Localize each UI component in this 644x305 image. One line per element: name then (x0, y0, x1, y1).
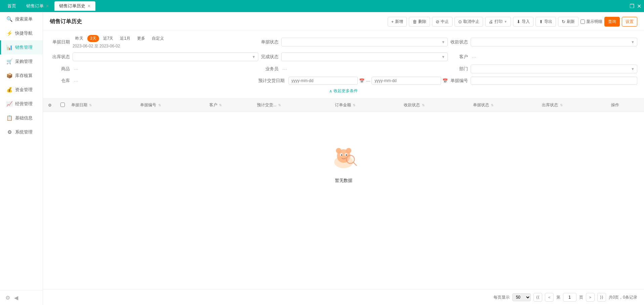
product-dots[interactable]: ··· (74, 67, 79, 72)
restore-icon[interactable]: ❐ (630, 3, 634, 9)
sort-number-icon: ⇅ (158, 103, 161, 107)
warehouse-dots[interactable]: ··· (74, 78, 79, 83)
sales-icon: 📊 (6, 44, 12, 50)
filter-salesperson: 业务员 ··· (258, 66, 448, 72)
date-chip-more[interactable]: 更多 (134, 35, 148, 42)
completion-status-select[interactable] (281, 52, 448, 61)
per-page-select[interactable]: 50 20 100 (512, 293, 531, 301)
close-window-icon[interactable]: ✕ (637, 3, 641, 9)
print-button[interactable]: 🖨 打印 ▼ (485, 17, 511, 27)
plus-icon: + (391, 19, 394, 24)
table-header-row: ⚙ 单据日期 ⇅ 单据编号 ⇅ 客户 (43, 99, 644, 112)
date-chip-3days[interactable]: 3天 (87, 35, 99, 42)
col-amount[interactable]: 订单金额 ⇅ (332, 99, 401, 112)
calendar-icon-start[interactable]: 📅 (359, 78, 364, 83)
export-button[interactable]: ⬆ 导出 (535, 17, 556, 27)
filter-row-1: 单据日期 昨天 3天 近7天 近1月 更多 自定义 2023-06-02 至 2… (50, 35, 637, 49)
import-button[interactable]: ⬇ 导入 (513, 17, 533, 27)
empty-state: 暂无数据 (43, 112, 644, 211)
date-chips: 昨天 3天 近7天 近1月 更多 自定义 (73, 35, 258, 42)
svg-line-10 (353, 162, 356, 165)
operations-icon: 📈 (6, 101, 12, 107)
sidebar-collapse-icon[interactable]: ◀ (14, 295, 18, 301)
table-area: ⚙ 单据日期 ⇅ 单据编号 ⇅ 客户 (43, 99, 644, 289)
sidebar-settings-icon[interactable]: ⚙ (5, 295, 10, 301)
print-arrow-icon: ▼ (504, 20, 507, 24)
sort-order-status-icon: ⇅ (491, 103, 493, 107)
date-chip-yesterday[interactable]: 昨天 (73, 35, 86, 42)
sort-delivery-status-icon: ⇅ (560, 103, 563, 107)
next-page-btn[interactable]: ＞ (586, 293, 595, 302)
sidebar-item-sales-mgmt[interactable]: 📊 销售管理 (0, 40, 43, 54)
select-all-checkbox[interactable] (60, 103, 65, 107)
sidebar-item-base-info[interactable]: 📋 基础信息 (0, 111, 43, 125)
close-tab-sales-order-history[interactable]: ✕ (87, 4, 91, 8)
first-page-btn[interactable]: ⟨⟨ (533, 293, 542, 302)
filter-customer: 客户 ··· (448, 54, 637, 60)
stop-button[interactable]: ⊘ 中止 (432, 17, 453, 27)
col-delivery-date[interactable]: 预计交货... ⇅ (254, 99, 332, 112)
import-icon: ⬇ (517, 19, 520, 24)
delete-button[interactable]: 🗑 删除 (409, 17, 430, 27)
query-button[interactable]: 查询 (604, 17, 620, 27)
date-separator: — (366, 78, 370, 83)
page-label-post: 页 (579, 295, 583, 300)
last-page-btn[interactable]: ⟩⟩ (597, 293, 606, 302)
inventory-icon: 📦 (6, 73, 12, 79)
page-title-bar: 销售订单历史 + 新增 🗑 删除 ⊘ 中止 ⊙ 取消中止 (43, 12, 644, 30)
sort-amount-icon: ⇅ (353, 103, 355, 107)
payment-status-select[interactable] (471, 38, 637, 46)
page-input[interactable] (563, 293, 576, 302)
order-status-label: 单据状态 (258, 39, 278, 45)
pagination-bar: 每页显示 50 20 100 ⟨⟨ ＜ 第 页 ＞ ⟩⟩ 共0页，0条记录 (43, 289, 644, 305)
sidebar-item-inventory[interactable]: 📦 库存核算 (0, 69, 43, 83)
department-select[interactable] (471, 65, 637, 73)
per-page-label: 每页显示 (493, 295, 510, 300)
new-button[interactable]: + 新增 (388, 17, 407, 27)
sidebar-item-purchase-mgmt[interactable]: 🛒 采购管理 (0, 54, 43, 69)
settings-button[interactable]: 设置 (622, 17, 637, 27)
sidebar-item-finance[interactable]: 💰 资金管理 (0, 83, 43, 97)
sidebar-item-quick-nav[interactable]: ⚡ 快捷导航 (0, 26, 43, 40)
salesperson-dots[interactable]: ··· (283, 67, 287, 72)
svg-point-4 (341, 154, 342, 156)
refresh-button[interactable]: ↻ 刷新 (558, 17, 578, 27)
close-tab-sales-order[interactable]: ✕ (46, 4, 49, 8)
completion-status-label: 完成状态 (258, 54, 278, 60)
expected-delivery-end[interactable] (372, 77, 441, 85)
order-status-select[interactable] (281, 38, 448, 46)
col-delivery-status[interactable]: 出库状态 ⇅ (539, 99, 608, 112)
calendar-icon-end[interactable]: 📅 (442, 78, 448, 83)
sidebar: 🔍 搜索菜单 ⚡ 快捷导航 📊 销售管理 🛒 采购管理 📦 库存核算 💰 资金管… (0, 12, 43, 305)
quick-nav-icon: ⚡ (6, 30, 12, 36)
collapse-button[interactable]: ∧ 收起更多条件 (50, 88, 637, 94)
customer-dots[interactable]: ··· (472, 54, 477, 60)
tab-home[interactable]: 首页 (3, 1, 21, 11)
sidebar-search[interactable]: 🔍 搜索菜单 (0, 12, 43, 26)
tab-sales-order-history[interactable]: 销售订单历史 ✕ (54, 1, 95, 11)
sidebar-item-operations[interactable]: 📈 经营管理 (0, 97, 43, 111)
filter-payment-status: 收款状态 ▼ (448, 38, 637, 46)
toolbar: + 新增 🗑 删除 ⊘ 中止 ⊙ 取消中止 🖨 打印 (388, 17, 638, 27)
table-settings-col[interactable]: ⚙ (43, 99, 56, 112)
delivery-status-select[interactable] (73, 52, 258, 61)
cancel-stop-button[interactable]: ⊙ 取消中止 (455, 17, 483, 27)
cancel-stop-icon: ⊙ (458, 19, 462, 24)
sidebar-item-sys-mgmt[interactable]: ⚙ 系统管理 (0, 125, 43, 139)
tab-sales-order[interactable]: 销售订单 ✕ (22, 1, 54, 11)
col-order-status[interactable]: 单据状态 ⇅ (470, 99, 539, 112)
col-number[interactable]: 单据编号 ⇅ (137, 99, 206, 112)
display-columns-checkbox[interactable]: 显示明细 (581, 19, 602, 25)
col-date[interactable]: 单据日期 ⇅ (69, 99, 137, 112)
col-customer[interactable]: 客户 ⇅ (207, 99, 254, 112)
date-chip-7days[interactable]: 近7天 (100, 35, 116, 42)
expected-delivery-start[interactable] (289, 77, 358, 85)
filter-delivery-status: 出库状态 ▼ (50, 52, 258, 61)
prev-page-btn[interactable]: ＜ (545, 293, 554, 302)
date-chip-custom[interactable]: 自定义 (149, 35, 167, 42)
order-number-input[interactable] (471, 77, 637, 85)
display-columns-input[interactable] (581, 20, 585, 24)
base-info-icon: 📋 (6, 115, 12, 121)
col-payment-status[interactable]: 收款状态 ⇅ (401, 99, 470, 112)
date-chip-month[interactable]: 近1月 (117, 35, 133, 42)
